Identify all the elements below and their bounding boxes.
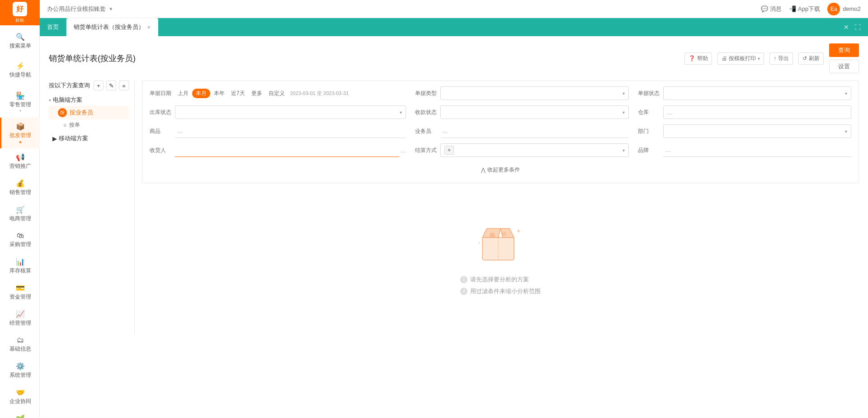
staff-label: 业务员 bbox=[415, 128, 437, 135]
user-profile-btn[interactable]: Ea demo2 bbox=[827, 3, 861, 15]
outstatus-select[interactable]: ▾ bbox=[175, 105, 406, 119]
date-tab-custom[interactable]: 自定义 bbox=[266, 89, 288, 98]
sidebar-system-label: 系统管理 bbox=[9, 371, 31, 379]
date-tab-7days[interactable]: 近7天 bbox=[228, 89, 248, 98]
help-btn[interactable]: ❓ 帮助 bbox=[684, 52, 712, 65]
sidebar-base-label: 基础信息 bbox=[9, 345, 31, 353]
sidebar-item-marketing[interactable]: 📢 营销推广 bbox=[0, 148, 40, 175]
tab-close-icon[interactable]: ✕ bbox=[147, 25, 151, 30]
department-select[interactable]: ▾ bbox=[663, 124, 852, 138]
date-tab-thismonth[interactable]: 本月 bbox=[192, 89, 210, 98]
settlement-arrow-icon: ▾ bbox=[623, 148, 625, 153]
settlement-tag-close[interactable]: × bbox=[448, 147, 451, 153]
scheme-add-btn[interactable]: + bbox=[94, 81, 104, 90]
sidebar-item-base[interactable]: 🗂 基础信息 bbox=[0, 332, 40, 357]
goods-input-area[interactable]: … bbox=[175, 124, 406, 138]
inventory-icon: 📊 bbox=[16, 257, 25, 266]
scheme-edit-btn[interactable]: ✎ bbox=[106, 81, 116, 90]
scheme-item-bystaff[interactable]: 按 按业务员 bbox=[49, 106, 129, 119]
sidebar-item-system[interactable]: ⚙️ 系统管理 bbox=[0, 357, 40, 384]
filter-field-settlement: 结算方式 × ▾ bbox=[415, 143, 629, 157]
sidebar-item-finance[interactable]: 💳 资金管理 bbox=[0, 279, 40, 305]
breadcrumb-dropdown-icon[interactable]: ▾ bbox=[109, 5, 113, 12]
pc-group-label: 电脑端方案 bbox=[53, 96, 82, 104]
payment-select[interactable]: ▾ bbox=[440, 105, 629, 119]
operation-icon: 📈 bbox=[16, 310, 25, 318]
docstatus-arrow-icon: ▾ bbox=[845, 91, 847, 96]
export-btn[interactable]: ↑ 导出 bbox=[769, 52, 793, 65]
tab-home[interactable]: 首页 bbox=[40, 18, 66, 36]
date-tab-thisyear[interactable]: 本年 bbox=[211, 89, 227, 98]
pc-group-arrow: ▾ bbox=[49, 98, 51, 103]
close-window-icon[interactable]: ✕ bbox=[844, 24, 849, 31]
user-name: demo2 bbox=[843, 5, 861, 12]
tab-sales-stat[interactable]: 销货单统计表（按业务员） ✕ bbox=[66, 18, 158, 36]
filter-field-outstatus: 出库状态 ▾ bbox=[150, 105, 406, 119]
finance-icon: 💳 bbox=[16, 284, 25, 292]
outstatus-label: 出库状态 bbox=[150, 109, 171, 116]
scheme-item-byorder[interactable]: ≡ 按单 bbox=[49, 119, 129, 131]
staff-input-area[interactable]: … bbox=[440, 124, 629, 138]
warehouse-placeholder: … bbox=[667, 109, 673, 116]
collapse-btn[interactable]: ⋀ 收起更多条件 bbox=[481, 162, 520, 177]
maximize-icon[interactable]: ⛶ bbox=[854, 24, 861, 31]
scheme-group-mobile-header[interactable]: ▶ 移动端方案 bbox=[49, 133, 129, 144]
goods-label: 商品 bbox=[150, 128, 171, 135]
add-icon: + bbox=[97, 82, 100, 89]
tip-num-1: 1 bbox=[460, 276, 467, 283]
wholesale-icon: 📦 bbox=[16, 122, 25, 131]
settlement-select[interactable]: × ▾ bbox=[440, 143, 629, 157]
app-download-btn[interactable]: 📲 App下载 bbox=[789, 5, 820, 13]
scheme-panel-title-text: 按以下方案查询 bbox=[49, 81, 90, 90]
filter-field-doctype: 单据类型 ▾ bbox=[415, 86, 629, 100]
scheme-item-byorder-label: 按单 bbox=[69, 121, 80, 129]
ecommerce-icon: 🛒 bbox=[16, 205, 25, 214]
sidebar-item-inventory[interactable]: 📊 库存核算 bbox=[0, 253, 40, 279]
quicknav-icon: ⚡ bbox=[16, 62, 25, 70]
message-icon: 💬 bbox=[761, 5, 768, 12]
print-btn[interactable]: 🖨 按模板打印 ▾ bbox=[717, 52, 764, 65]
page-actions: ❓ 帮助 🖨 按模板打印 ▾ ↑ 导出 ↺ 刷新 bbox=[684, 43, 859, 73]
scheme-group-pc-header[interactable]: ▾ 电脑端方案 bbox=[49, 94, 129, 106]
sidebar-marketing-label: 营销推广 bbox=[9, 162, 31, 170]
payment-arrow-icon: ▾ bbox=[623, 110, 625, 115]
message-label: 消息 bbox=[770, 5, 782, 13]
sidebar-item-ecommerce[interactable]: 🛒 电商管理 bbox=[0, 201, 40, 227]
setting-btn[interactable]: 设置 bbox=[829, 60, 859, 73]
sidebar-item-cooperation[interactable]: 🤝 企业协同 bbox=[0, 384, 40, 410]
date-tab-more[interactable]: 更多 bbox=[249, 89, 265, 98]
date-tab-lastmonth[interactable]: 上月 bbox=[175, 89, 191, 98]
message-btn[interactable]: 💬 消息 bbox=[761, 5, 782, 13]
payment-label: 收款状态 bbox=[415, 109, 437, 116]
query-btn[interactable]: 查询 bbox=[829, 43, 859, 57]
sidebar-item-retail[interactable]: 🏪 零售管理 ▼ bbox=[0, 87, 40, 118]
warehouse-select[interactable]: … bbox=[663, 105, 852, 119]
tip-text-2: 用过滤条件来缩小分析范围 bbox=[470, 285, 541, 297]
tab-home-label: 首页 bbox=[47, 23, 59, 31]
scheme-item-bystaff-icon: 按 bbox=[58, 108, 67, 117]
sidebar-item-quicknav[interactable]: ⚡ 快捷导航 bbox=[0, 57, 40, 83]
tip-item-1: 1 请先选择要分析的方案 bbox=[460, 274, 541, 285]
scheme-collapse-btn[interactable]: « bbox=[119, 81, 129, 90]
sidebar-item-newbie[interactable]: 🌱 新手引导 bbox=[0, 410, 40, 418]
sidebar-item-search[interactable]: 🔍 搜索菜单 bbox=[0, 28, 40, 54]
filter-field-recipient: 收货人 … bbox=[150, 143, 406, 157]
system-icon: ⚙️ bbox=[16, 362, 25, 370]
doctype-select[interactable]: ▾ bbox=[440, 86, 629, 100]
recipient-dots[interactable]: … bbox=[400, 147, 406, 154]
filter-row-4: 收货人 … 结算方式 × bbox=[150, 143, 851, 157]
sidebar-item-wholesale[interactable]: 📦 批发管理 ▲ bbox=[0, 118, 40, 148]
sidebar-inventory-label: 库存核算 bbox=[9, 267, 31, 275]
sidebar-item-sales[interactable]: 💰 销售管理 bbox=[0, 175, 40, 201]
app-download-icon: 📲 bbox=[789, 5, 796, 12]
docstatus-select[interactable]: ▾ bbox=[663, 86, 852, 100]
collapse-row: ⋀ 收起更多条件 bbox=[150, 162, 851, 177]
page-title: 销货单统计表(按业务员) bbox=[49, 53, 136, 64]
recipient-input[interactable] bbox=[175, 143, 399, 157]
brand-label: 品牌 bbox=[638, 147, 660, 154]
brand-input-area[interactable]: … bbox=[663, 143, 852, 157]
sidebar-item-operation[interactable]: 📈 经营管理 bbox=[0, 305, 40, 332]
sidebar-item-purchase[interactable]: 🛍 采购管理 bbox=[0, 227, 40, 253]
sidebar-ecommerce-label: 电商管理 bbox=[9, 215, 31, 223]
refresh-btn[interactable]: ↺ 刷新 bbox=[798, 52, 824, 65]
